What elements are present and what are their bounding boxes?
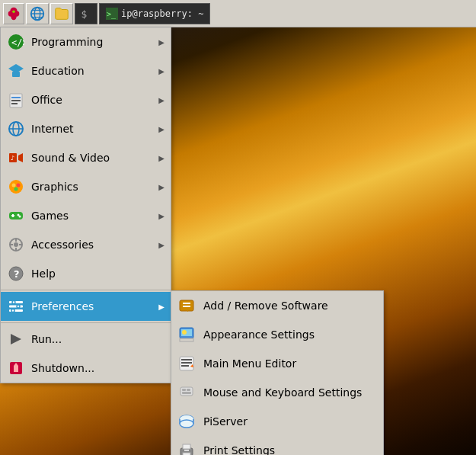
menu-item-games[interactable]: Games ▶ (1, 201, 171, 230)
terminal-black-button[interactable]: $ (75, 3, 97, 24)
menu-item-graphics[interactable]: Graphics ▶ (1, 172, 171, 201)
programming-label: Programming (31, 36, 158, 48)
svg-rect-32 (9, 212, 23, 219)
menu-item-shutdown[interactable]: Shutdown... (1, 354, 171, 383)
svg-rect-60 (180, 338, 193, 341)
menu-item-education[interactable]: Education ▶ (1, 56, 171, 85)
main-menu: </> Programming ▶ Education ▶ Office ▶ (0, 27, 171, 383)
mouse-keyboard-label: Mouse and Keyboard Settings (203, 386, 362, 399)
svg-point-38 (14, 242, 18, 247)
svg-rect-19 (11, 97, 21, 98)
svg-rect-68 (182, 389, 186, 391)
games-icon (7, 207, 25, 225)
piserver-label: PiServer (203, 415, 248, 428)
svg-point-62 (182, 330, 187, 335)
menu-item-office[interactable]: Office ▶ (1, 85, 171, 114)
add-remove-label: Add / Remove Software (203, 300, 328, 312)
programming-arrow: ▶ (158, 38, 165, 46)
preferences-label: Preferences (31, 300, 158, 312)
office-icon (7, 91, 25, 109)
svg-point-48 (12, 301, 15, 304)
svg-point-75 (180, 420, 193, 428)
games-arrow: ▶ (158, 212, 165, 220)
preferences-icon (7, 297, 25, 316)
menu-item-run[interactable]: Run... (1, 325, 171, 354)
svg-point-49 (17, 305, 20, 308)
svg-marker-51 (11, 334, 21, 344)
svg-text:>_: >_ (107, 10, 117, 19)
submenu-print[interactable]: Print Settings (171, 436, 383, 455)
svg-marker-26 (18, 153, 23, 162)
submenu-piserver[interactable]: PiServer (171, 407, 383, 436)
help-icon: ? (7, 264, 25, 283)
svg-rect-77 (183, 444, 190, 449)
svg-rect-65 (181, 362, 192, 364)
add-remove-icon: + (177, 296, 196, 315)
run-label: Run... (31, 333, 165, 345)
accessories-icon (7, 236, 25, 254)
browser-button[interactable] (26, 3, 49, 24)
svg-rect-79 (184, 450, 189, 451)
svg-text:♪: ♪ (11, 155, 14, 162)
menu-item-preferences[interactable]: Preferences ▶ (1, 292, 171, 321)
divider-2 (1, 322, 171, 323)
menu-item-programming[interactable]: </> Programming ▶ (1, 27, 171, 56)
graphics-arrow: ▶ (158, 183, 165, 191)
submenu-menu-editor[interactable]: Main Menu Editor (171, 349, 383, 378)
svg-point-36 (19, 216, 21, 218)
svg-rect-46 (9, 306, 23, 308)
svg-point-4 (12, 10, 15, 13)
menu-editor-label: Main Menu Editor (203, 357, 296, 370)
files-button[interactable] (50, 3, 73, 24)
svg-text:$: $ (81, 8, 88, 19)
menu-item-sound-video[interactable]: ♪ Sound & Video ▶ (1, 143, 171, 172)
raspberry-menu-button[interactable] (3, 3, 24, 24)
shutdown-label: Shutdown... (31, 362, 165, 374)
submenu-mouse-keyboard[interactable]: Mouse and Keyboard Settings (171, 378, 383, 407)
svg-rect-17 (12, 72, 20, 77)
submenu-add-remove[interactable]: + Add / Remove Software (171, 291, 383, 320)
education-arrow: ▶ (158, 67, 165, 75)
accessories-label: Accessories (31, 239, 158, 251)
internet-arrow: ▶ (158, 125, 165, 133)
terminal-title[interactable]: >_ ip@raspberry: ~ (99, 3, 210, 24)
print-icon (177, 441, 196, 455)
programming-icon: </> (7, 33, 25, 51)
run-icon (7, 330, 25, 348)
svg-rect-69 (187, 389, 190, 391)
menu-item-internet[interactable]: Internet ▶ (1, 114, 171, 143)
appearance-icon (177, 325, 196, 344)
svg-rect-53 (14, 366, 18, 372)
shutdown-icon (7, 359, 25, 377)
divider-1 (1, 290, 171, 290)
svg-rect-66 (181, 365, 189, 367)
office-arrow: ▶ (158, 96, 165, 104)
svg-text:</>: </> (11, 37, 24, 48)
sound-video-arrow: ▶ (158, 154, 165, 162)
help-label: Help (31, 268, 165, 280)
games-label: Games (31, 210, 158, 222)
svg-rect-64 (181, 359, 192, 360)
submenu-appearance[interactable]: Appearance Settings (171, 320, 383, 349)
appearance-label: Appearance Settings (203, 328, 315, 341)
office-label: Office (31, 94, 158, 106)
menu-item-help[interactable]: ? Help (1, 259, 171, 288)
print-label: Print Settings (203, 444, 275, 455)
svg-rect-45 (9, 301, 23, 303)
graphics-label: Graphics (31, 181, 158, 193)
svg-text:?: ? (14, 268, 20, 280)
mouse-keyboard-icon (177, 383, 196, 402)
svg-point-50 (11, 309, 14, 312)
preferences-submenu: + Add / Remove Software Appearance Setti… (171, 290, 384, 455)
taskbar: $ >_ ip@raspberry: ~ (0, 0, 476, 27)
menu-item-accessories[interactable]: Accessories ▶ (1, 230, 171, 259)
piserver-icon (177, 412, 196, 431)
internet-icon (7, 120, 25, 138)
svg-point-3 (11, 13, 16, 20)
svg-point-29 (12, 184, 16, 187)
svg-rect-56 (183, 303, 190, 304)
svg-rect-21 (11, 103, 18, 104)
preferences-arrow: ▶ (158, 303, 165, 311)
education-label: Education (31, 65, 158, 77)
accessories-arrow: ▶ (158, 241, 165, 249)
